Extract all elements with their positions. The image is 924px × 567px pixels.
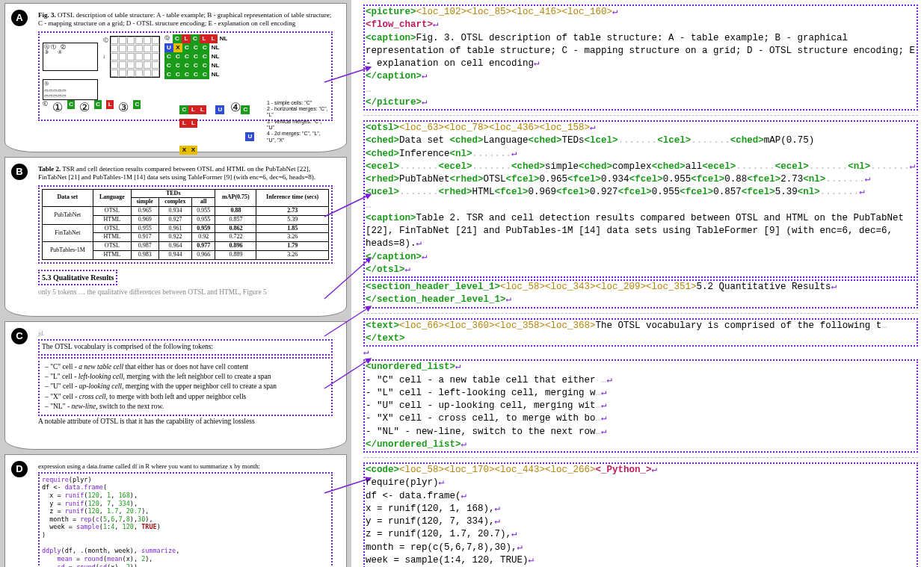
code-lead: expression using a data.frame called df … [38,462,333,471]
table2-caption: Table 2. TSR and cell detection results … [38,165,333,182]
sheet-D: D expression using a data.frame called d… [4,454,347,567]
text-and-list-block: <text><loc_66><loc_360><loc_358><loc_368… [363,318,918,453]
otsl-token-grid-D: Ⓓ CLCLLNL UXCCCNL CCCCCNL CCCCCNL CCCCCN… [164,34,230,79]
fig3-image: Ⓐ ① ②③ ④ ↓ Ⓒ Ⓓ CLCLLNL UXCCCNL CCCCCNL C… [38,31,333,121]
left-document-stack: A Fig. 3. OTSL description of table stru… [0,0,351,567]
right-serialized-output: <picture><loc_102><loc_85><loc_416><loc_… [351,0,924,567]
badge-A: A [11,10,28,26]
badge-D: D [11,461,28,477]
code-block-left: require(plyr) df <- data.frame( x = runi… [38,472,333,567]
table2-data: Data setLanguageTEDsmAP(0.75)Inference t… [42,189,329,260]
badge-C: C [11,328,28,344]
sheet-B: B Table 2. TSR and cell detection result… [4,157,347,317]
sheet-C: C jd. The OTSL vocabulary is comprised o… [4,321,347,450]
sheet-B-trail: only 5 tokens … the qualitative differen… [38,288,333,297]
code-block: <code><loc_58><loc_170><loc_443><loc_266… [363,462,918,567]
badge-B: B [11,164,28,180]
otsl-block: <otsl><loc_63><loc_78><loc_436><loc_158>… [363,120,918,309]
section-header-block: <section_header_level_1><loc_58><loc_343… [363,279,918,309]
section-5-3-header: 5.3 Qualitative Results [38,270,117,285]
table2: Data setLanguageTEDsmAP(0.75)Inference t… [38,185,333,264]
fig3-caption: Fig. 3. OTSL description of table struct… [38,11,333,28]
otsl-token-list: "C" cell - a new table cell that either … [38,357,333,417]
sheet-C-trail: A notable attribute of OTSL is that it h… [38,418,333,427]
picture-block: <picture><loc_102><loc_85><loc_416><loc_… [363,4,918,111]
otsl-lead: The OTSL vocabulary is comprised of the … [38,339,333,356]
fig3-legend: 1 - simple cells: "C"2 - horizontal merg… [267,100,328,144]
sheet-A: A Fig. 3. OTSL description of table stru… [4,3,347,152]
